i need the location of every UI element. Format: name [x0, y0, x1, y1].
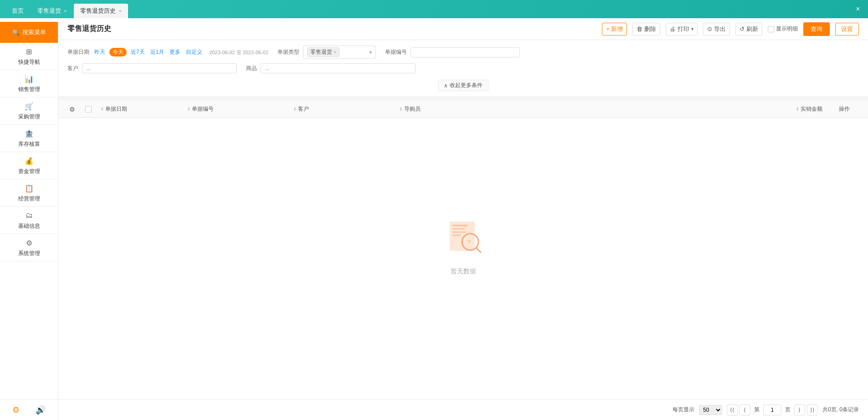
refresh-icon: ↺	[740, 26, 745, 32]
th-num-label: 单据编号	[192, 105, 214, 113]
main-content: 零售退货历史 + 新增 🗑 删除 🖨 打印 ▾ ⊙ 导出 ↺ 刷新	[58, 18, 868, 420]
search-menu-label: 搜索菜单	[22, 28, 46, 36]
page-size-select[interactable]: 10 20 50 100	[699, 405, 722, 415]
th-customer-sort-icon: ⇕	[293, 107, 297, 112]
th-customer[interactable]: ⇕ 客户	[289, 105, 395, 113]
sidebar-item-quick-nav[interactable]: ⊞ 快捷导航	[0, 43, 58, 70]
tab-retail-return-label: 零售退货	[37, 7, 61, 15]
sidebar-item-sales-mgmt[interactable]: 📊 销售管理	[0, 70, 58, 97]
svg-rect-2	[452, 228, 465, 230]
basic-info-icon: 🗂	[24, 210, 34, 220]
bill-type-chevron-icon: ▾	[369, 49, 372, 56]
window-close-button[interactable]: ×	[853, 5, 863, 14]
page-first-button[interactable]: ⟨⟨	[727, 405, 738, 415]
top-bar: 首页 零售退货 × 零售退货历史 × ×	[0, 0, 868, 18]
customer-filter: 客户	[67, 63, 237, 73]
topbar-right: ×	[853, 5, 863, 14]
date-opt-more[interactable]: 更多	[168, 48, 182, 56]
tab-retail-return-history-close[interactable]: ×	[118, 8, 121, 14]
sys-mgmt-icon: ⚙	[24, 238, 34, 248]
sidebar-item-label-fund-mgmt: 资金管理	[18, 168, 40, 175]
filter-area: 单据日期 昨天 今天 近7天 近1月 更多 自定义 2023-06-02 至 2…	[58, 40, 868, 97]
goods-input[interactable]	[261, 63, 416, 73]
svg-rect-1	[452, 225, 468, 226]
tab-home-label: 首页	[12, 7, 24, 15]
sidebar-bottom: ⚙ 🔊	[0, 399, 58, 420]
th-guide[interactable]: ⇕ 导购员	[395, 105, 482, 113]
export-icon: ⊙	[707, 26, 712, 32]
settings-gear-icon[interactable]: ⚙	[69, 106, 75, 113]
new-button[interactable]: + 新增	[602, 23, 627, 36]
tab-home[interactable]: 首页	[5, 4, 30, 18]
sidebar-item-purchase-mgmt[interactable]: 🛒 采购管理	[0, 97, 58, 125]
sidebar: 🔍 搜索菜单 ⊞ 快捷导航 📊 销售管理 🛒 采购管理 🏦 库存核算 💰 资金管…	[0, 18, 58, 420]
th-settings[interactable]: ⚙	[64, 106, 80, 113]
select-all-checkbox[interactable]	[85, 106, 92, 113]
collapse-label: 收起更多条件	[450, 82, 483, 89]
sidebar-item-ops-mgmt[interactable]: 📋 经营管理	[0, 179, 58, 207]
th-guide-sort-icon: ⇕	[399, 107, 403, 112]
bill-type-filter: 单据类型 零售退货 × ▾	[277, 46, 376, 59]
settings-icon[interactable]: ⚙	[12, 405, 20, 415]
goods-label: 商品	[246, 65, 257, 72]
sidebar-item-label-basic-info: 基础信息	[18, 222, 40, 230]
table-header: ⚙ ⇕ 单据日期 ⇕ 单据编号 ⇕ 客户 ⇕	[58, 101, 868, 118]
page-title: 零售退货历史	[67, 24, 111, 34]
print-chevron-icon: ▾	[691, 26, 693, 31]
search-menu-button[interactable]: 🔍 搜索菜单	[0, 22, 58, 43]
tab-retail-return-history-label: 零售退货历史	[80, 7, 116, 15]
fund-mgmt-icon: 💰	[24, 156, 34, 166]
page-next-button[interactable]: ⟩	[794, 405, 805, 415]
bill-type-tag: 零售退货 ×	[307, 47, 339, 57]
ops-mgmt-icon: 📋	[24, 183, 34, 193]
quick-nav-icon: ⊞	[24, 46, 34, 56]
th-num-sort-icon: ⇕	[187, 107, 190, 112]
date-opt-7days[interactable]: 近7天	[129, 48, 146, 56]
th-num[interactable]: ⇕ 单据编号	[183, 105, 289, 113]
tab-retail-return[interactable]: 零售退货 ×	[31, 4, 73, 18]
collapse-button[interactable]: ∧ 收起更多条件	[438, 80, 488, 91]
date-opt-yesterday[interactable]: 昨天	[93, 48, 107, 56]
sidebar-item-basic-info[interactable]: 🗂 基础信息	[0, 207, 58, 234]
page-prev-button[interactable]: ⟨	[740, 405, 750, 415]
stock-check-icon: 🏦	[24, 128, 34, 138]
th-customer-label: 客户	[298, 105, 309, 113]
page-last-button[interactable]: ⟩⟩	[807, 405, 818, 415]
volume-icon[interactable]: 🔊	[36, 405, 46, 415]
date-opt-1month[interactable]: 近1月	[149, 48, 166, 56]
svg-text:?: ?	[467, 239, 471, 246]
sidebar-item-label-sales-mgmt: 销售管理	[18, 86, 40, 93]
query-button[interactable]: 查询	[803, 22, 830, 36]
pagination-bar: 每页显示 10 20 50 100 ⟨⟨ ⟨ 第 页 ⟩ ⟩⟩ 共0页, 0条记…	[58, 399, 868, 420]
th-ops: 操作	[826, 105, 863, 113]
sidebar-item-fund-mgmt[interactable]: 💰 资金管理	[0, 152, 58, 179]
tab-retail-return-history[interactable]: 零售退货历史 ×	[74, 4, 128, 18]
bill-type-tag-label: 零售退货	[310, 48, 332, 56]
settings-button[interactable]: 设置	[835, 23, 859, 36]
date-opt-custom[interactable]: 自定义	[185, 48, 204, 56]
sidebar-item-sys-mgmt[interactable]: ⚙ 系统管理	[0, 234, 58, 261]
display-detail-label: 显示明细	[776, 25, 798, 33]
display-detail-checkbox[interactable]	[768, 26, 774, 32]
sidebar-item-label-sys-mgmt: 系统管理	[18, 250, 40, 257]
bill-num-input[interactable]	[411, 47, 520, 57]
th-amount-label: 实销金额	[801, 105, 822, 113]
th-amount[interactable]: ⇕ 实销金额	[753, 105, 826, 113]
customer-input[interactable]	[82, 63, 237, 73]
purchase-mgmt-icon: 🛒	[24, 101, 34, 111]
collapse-chevron-icon: ∧	[444, 82, 448, 89]
date-opt-today[interactable]: 今天	[109, 48, 127, 56]
export-button[interactable]: ⊙ 导出	[703, 23, 730, 36]
tab-retail-return-close[interactable]: ×	[64, 8, 67, 14]
refresh-button[interactable]: ↺ 刷新	[735, 23, 762, 36]
search-icon: 🔍	[12, 29, 20, 36]
print-button[interactable]: 🖨 打印 ▾	[666, 23, 698, 36]
display-detail-toggle[interactable]: 显示明细	[768, 25, 798, 33]
delete-button[interactable]: 🗑 删除	[632, 23, 660, 36]
bill-type-select[interactable]: 零售退货 × ▾	[303, 46, 376, 59]
sidebar-item-stock-check[interactable]: 🏦 库存核算	[0, 125, 58, 152]
th-date[interactable]: ⇕ 单据日期	[97, 105, 183, 113]
page-number-input[interactable]	[763, 405, 781, 415]
th-date-label: 单据日期	[105, 105, 127, 113]
bill-type-tag-close[interactable]: ×	[334, 50, 336, 55]
